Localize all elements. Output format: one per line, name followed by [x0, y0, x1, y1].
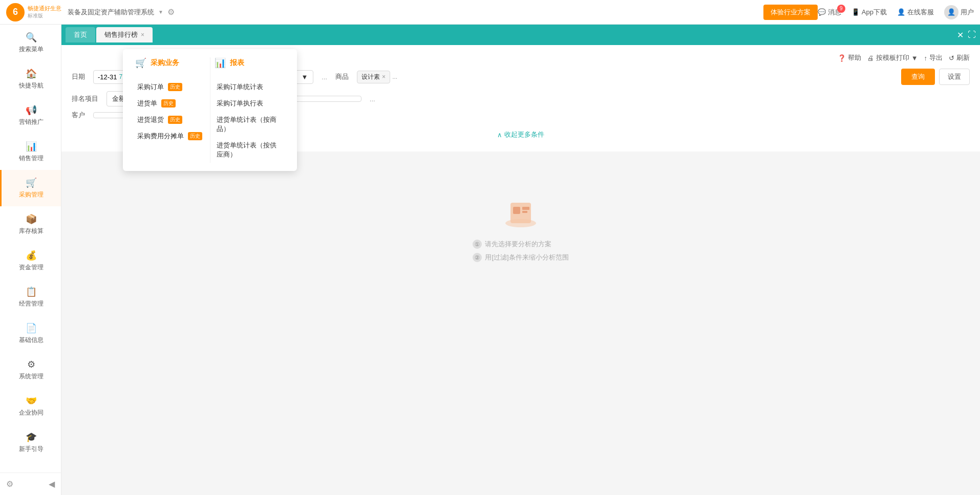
- menu-item-purchase-order-exec[interactable]: 采购订单执行表: [215, 95, 285, 112]
- system-title-text: 装备及固定资产辅助管理系统: [68, 8, 154, 17]
- menu-item-purchase-expense[interactable]: 采购费用分摊单 历史: [135, 128, 206, 144]
- goods-more[interactable]: ...: [392, 73, 397, 80]
- sidebar-item-sales[interactable]: 📊 销售管理: [0, 134, 61, 170]
- date-label: 日期: [72, 72, 85, 81]
- menu-item-purchase-order[interactable]: 采购订单 历史: [135, 79, 206, 95]
- sidebar-item-label: 经营管理: [19, 299, 44, 308]
- salesperson-more[interactable]: ...: [370, 95, 375, 103]
- purchase-dropdown-menu: 🛒 采购业务 采购订单 历史 进货单 历史 进货退货 历史 采购费用分摊单: [123, 49, 297, 171]
- refresh-btn[interactable]: ↺ 刷新: [949, 53, 970, 62]
- sidebar-item-marketing[interactable]: 📢 营销推广: [0, 97, 61, 134]
- settings-icon[interactable]: ⚙: [167, 7, 175, 17]
- tab-bar: 首页 销售排行榜 × ✕ ⛶: [61, 25, 980, 45]
- goods-tag[interactable]: 设计素 ×: [357, 71, 390, 83]
- report-section-icon: 📊: [215, 57, 226, 69]
- menu-item-purchase-order-stats[interactable]: 采购订单统计表: [215, 79, 285, 95]
- system-title: 装备及固定资产辅助管理系统 ▼ ⚙: [68, 7, 763, 17]
- sidebar-item-operations[interactable]: 📋 经营管理: [0, 279, 61, 315]
- user-btn[interactable]: 👤 用户: [944, 5, 974, 19]
- system-icon: ⚙: [27, 359, 35, 370]
- sidebar-item-label: 销售管理: [19, 154, 44, 163]
- sidebar-item-purchase[interactable]: 🛒 采购管理: [0, 170, 61, 206]
- tab-sales-rank[interactable]: 销售排行榜 ×: [96, 27, 153, 42]
- print-btn[interactable]: 🖨 按模板打印 ▼: [867, 53, 918, 62]
- ranking-label: 排名项目: [72, 94, 98, 103]
- notification-badge: 9: [837, 5, 845, 13]
- edition-badge: 标准版: [28, 12, 61, 19]
- purchase-section: 🛒 采购业务 采购订单 历史 进货单 历史 进货退货 历史 采购费用分摊单: [131, 57, 210, 163]
- purchase-expense-badge: 历史: [188, 132, 202, 140]
- purchase-order-badge: 历史: [168, 83, 182, 91]
- print-dropdown-icon: ▼: [911, 54, 918, 62]
- sidebar-collapse-icon[interactable]: ◀: [49, 479, 55, 489]
- basic-icon: 📄: [26, 322, 37, 334]
- export-btn[interactable]: ↑ 导出: [924, 53, 943, 62]
- tab-bar-right: ✕ ⛶: [957, 30, 976, 40]
- logo-icon: 6: [6, 3, 25, 21]
- print-icon: 🖨: [867, 54, 874, 62]
- sidebar-item-search[interactable]: 🔍 搜索菜单: [0, 25, 61, 61]
- logo-area: 6 畅捷通好生意 标准版: [6, 3, 68, 21]
- sidebar-settings-icon[interactable]: ⚙: [6, 479, 13, 489]
- sidebar-item-label: 资金管理: [19, 263, 44, 272]
- content-area: 首页 销售排行榜 × ✕ ⛶ ❓ 帮助: [61, 25, 980, 495]
- menu-item-receipt-stats-by-supplier[interactable]: 进货单统计表（按供应商）: [215, 137, 285, 163]
- operations-icon: 📋: [26, 286, 37, 297]
- report-section: 📊 报表 采购订单统计表 采购订单执行表 进货单统计表（按商品） 进货单统计表（…: [210, 57, 289, 163]
- sidebar-item-label: 快捷导航: [19, 81, 44, 90]
- export-icon: ↑: [924, 54, 928, 62]
- help-btn[interactable]: ❓ 帮助: [838, 53, 861, 62]
- sidebar-item-label: 系统管理: [19, 372, 44, 381]
- sidebar-bottom: ⚙ ◀: [0, 472, 61, 495]
- message-btn[interactable]: 💬 消息 9: [818, 8, 841, 17]
- doc-status-more[interactable]: ...: [322, 73, 327, 81]
- inventory-icon: 📦: [26, 213, 37, 225]
- app-download-btn[interactable]: 📱 App下载: [851, 8, 887, 17]
- query-btn[interactable]: 查询: [901, 69, 935, 85]
- sidebar-item-label: 新手引导: [19, 445, 44, 454]
- svg-rect-2: [513, 207, 520, 214]
- empty-state: ① 请先选择要分析的方案 ② 用[过滤]条件来缩小分析范围: [61, 152, 980, 307]
- tab-home[interactable]: 首页: [66, 27, 95, 42]
- marketing-icon: 📢: [26, 104, 37, 116]
- goods-tag-close-icon[interactable]: ×: [382, 73, 386, 80]
- industry-btn[interactable]: 体验行业方案: [763, 5, 818, 20]
- menu-item-receipt-stats-by-goods[interactable]: 进货单统计表（按商品）: [215, 112, 285, 137]
- tab-close-icon[interactable]: ×: [141, 31, 144, 38]
- tab-expand-icon[interactable]: ⛶: [968, 30, 976, 40]
- sidebar-item-enterprise[interactable]: 🤝 企业协同: [0, 388, 61, 424]
- settings-btn[interactable]: 设置: [939, 69, 970, 85]
- sidebar-item-label: 基础信息: [19, 336, 44, 345]
- tab-home-label: 首页: [74, 30, 87, 39]
- empty-icon: [495, 192, 546, 233]
- report-section-title: 报表: [230, 58, 244, 68]
- sidebar-item-quick[interactable]: 🏠 快捷导航: [0, 61, 61, 97]
- sidebar-nav: 🔍 搜索菜单 🏠 快捷导航 📢 营销推广 📊 销售管理 🛒 采购管理 📦: [0, 25, 61, 472]
- sales-icon: 📊: [26, 141, 37, 152]
- empty-tip-1: ① 请先选择要分析的方案: [473, 240, 568, 249]
- user-avatar: 👤: [944, 5, 958, 19]
- sidebar-item-basic[interactable]: 📄 基础信息: [0, 315, 61, 352]
- tab-close-all-icon[interactable]: ✕: [957, 30, 964, 40]
- empty-tip-2: ② 用[过滤]条件来缩小分析范围: [473, 253, 568, 262]
- purchase-return-badge: 历史: [168, 116, 182, 124]
- sidebar-item-system[interactable]: ⚙ 系统管理: [0, 352, 61, 388]
- sidebar-item-guide[interactable]: 🎓 新手引导: [0, 424, 61, 461]
- svg-rect-4: [522, 211, 527, 213]
- sidebar-item-inventory[interactable]: 📦 库存核算: [0, 206, 61, 243]
- purchase-receipt-badge: 历史: [161, 99, 176, 107]
- sidebar-item-finance[interactable]: 💰 资金管理: [0, 243, 61, 279]
- menu-item-purchase-return[interactable]: 进货退货 历史: [135, 112, 206, 128]
- empty-tips: ① 请先选择要分析的方案 ② 用[过滤]条件来缩小分析范围: [473, 240, 568, 266]
- menu-item-purchase-receipt[interactable]: 进货单 历史: [135, 95, 206, 112]
- enterprise-icon: 🤝: [26, 395, 37, 406]
- doc-status-dropdown-icon: ▼: [301, 73, 308, 81]
- online-service-btn[interactable]: 👤 在线客服: [897, 8, 934, 17]
- sidebar-item-label: 营销推广: [19, 118, 44, 126]
- date-value: -12-31: [98, 73, 117, 81]
- system-title-arrow-icon[interactable]: ▼: [158, 9, 163, 15]
- goods-label: 商品: [335, 72, 349, 81]
- message-icon: 💬: [818, 8, 826, 16]
- customer-label: 客户: [72, 111, 85, 120]
- top-right: 💬 消息 9 📱 App下载 👤 在线客服 👤 用户: [818, 5, 974, 19]
